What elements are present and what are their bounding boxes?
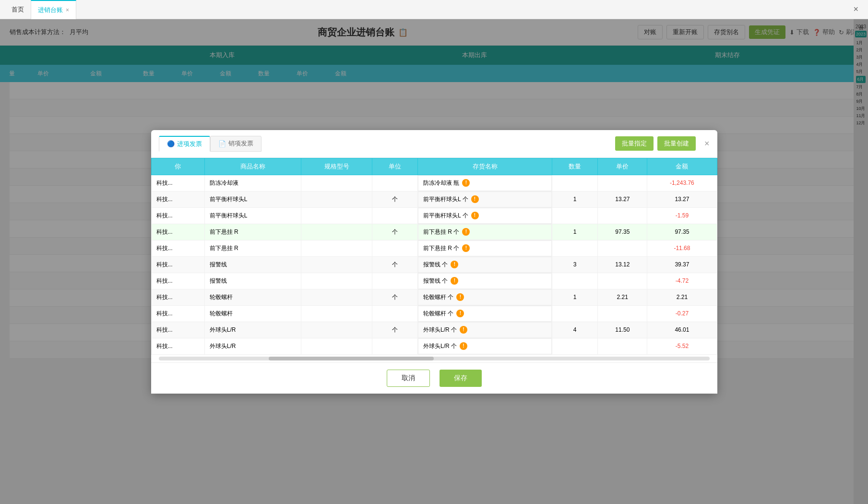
col-company: 你 bbox=[151, 158, 204, 175]
warning-icon: ! bbox=[456, 310, 464, 317]
col-spec: 规格型号 bbox=[301, 158, 372, 175]
tab-sales-invoice[interactable]: 📄 销项发票 bbox=[210, 136, 262, 152]
warning-icon: ! bbox=[460, 326, 467, 334]
warning-icon: ! bbox=[462, 179, 470, 187]
modal-footer: 取消 保存 bbox=[151, 362, 717, 394]
table-row: 科技...防冻冷却液防冻冷却液 瓶!-1,243.76 bbox=[151, 175, 717, 191]
warning-icon: ! bbox=[471, 212, 479, 219]
sales-tab-icon: 📄 bbox=[218, 140, 226, 147]
table-row: 科技...外球头L/R个外球头L/R 个!411.5046.01 bbox=[151, 322, 717, 338]
col-product-name: 商品名称 bbox=[204, 158, 301, 175]
batch-create-button[interactable]: 批量创建 bbox=[657, 136, 696, 151]
tab-close-icon[interactable]: × bbox=[66, 0, 69, 20]
income-tab-icon: 🔵 bbox=[167, 140, 175, 147]
modal-tabs: 🔵 进项发票 📄 销项发票 bbox=[159, 136, 262, 152]
save-button[interactable]: 保存 bbox=[440, 370, 482, 387]
modal-close-button[interactable]: × bbox=[704, 136, 710, 151]
cancel-button[interactable]: 取消 bbox=[387, 370, 430, 387]
modal-overlay: 🔵 进项发票 📄 销项发票 批量指定 批量创建 × bbox=[0, 19, 868, 504]
batch-assign-button[interactable]: 批量指定 bbox=[615, 136, 654, 151]
modal-table: 你 商品名称 规格型号 单位 存货名称 数量 单价 金额 科技...防冻冷却液防… bbox=[151, 158, 717, 362]
warning-icon: ! bbox=[462, 244, 470, 252]
warning-icon: ! bbox=[451, 277, 458, 285]
col-unit: 单位 bbox=[372, 158, 417, 175]
table-row: 科技...前下悬挂 R个前下悬挂 R 个!197.3597.35 bbox=[151, 224, 717, 240]
window-close-icon[interactable]: × bbox=[848, 4, 863, 14]
invoice-table: 你 商品名称 规格型号 单位 存货名称 数量 单价 金额 科技...防冻冷却液防… bbox=[151, 158, 717, 355]
table-header-row: 你 商品名称 规格型号 单位 存货名称 数量 单价 金额 bbox=[151, 158, 717, 175]
modal-dialog: 🔵 进项发票 📄 销项发票 批量指定 批量创建 × bbox=[151, 130, 717, 394]
table-row: 科技...前下悬挂 R前下悬挂 R 个!-11.68 bbox=[151, 240, 717, 256]
scrollbar-thumb bbox=[269, 357, 434, 360]
table-row: 科技...前平衡杆球头L前平衡杆球头L 个!-1.59 bbox=[151, 207, 717, 224]
tab-active-label: 进销台账 bbox=[38, 0, 63, 20]
col-inventory-name: 存货名称 bbox=[417, 158, 552, 175]
col-price: 单价 bbox=[598, 158, 647, 175]
col-amount: 金额 bbox=[647, 158, 717, 175]
warning-icon: ! bbox=[456, 293, 464, 301]
tab-income-invoice[interactable]: 🔵 进项发票 bbox=[159, 136, 210, 152]
tab-home[interactable]: 首页 bbox=[5, 0, 31, 19]
col-qty: 数量 bbox=[552, 158, 598, 175]
invoice-table-body: 科技...防冻冷却液防冻冷却液 瓶!-1,243.76科技...前平衡杆球头L个… bbox=[151, 175, 717, 354]
table-row: 科技...报警线报警线 个!-4.72 bbox=[151, 273, 717, 289]
warning-icon: ! bbox=[451, 261, 458, 268]
warning-icon: ! bbox=[471, 195, 479, 203]
warning-icon: ! bbox=[462, 228, 470, 236]
top-bar: 首页 进销台账 × × bbox=[0, 0, 868, 19]
horizontal-scrollbar[interactable] bbox=[159, 357, 710, 360]
table-row: 科技...报警线个报警线 个!313.1239.37 bbox=[151, 256, 717, 273]
tab-active[interactable]: 进销台账 × bbox=[31, 0, 76, 19]
modal-header-actions: 批量指定 批量创建 × bbox=[615, 136, 710, 151]
table-row: 科技...轮毂螺杆个轮毂螺杆 个!12.212.21 bbox=[151, 289, 717, 305]
table-row: 科技...前平衡杆球头L个前平衡杆球头L 个!113.2713.27 bbox=[151, 191, 717, 207]
modal-header: 🔵 进项发票 📄 销项发票 批量指定 批量创建 × bbox=[151, 130, 717, 158]
table-row: 科技...轮毂螺杆轮毂螺杆 个!-0.27 bbox=[151, 305, 717, 322]
table-row: 科技...外球头L/R外球头L/R 个!-5.52 bbox=[151, 338, 717, 354]
main-area: 销售成本计算方法： 月平均 商贸企业进销台账 📋 对账 重新开账 存货别名 生成… bbox=[0, 19, 868, 504]
warning-icon: ! bbox=[460, 342, 467, 350]
